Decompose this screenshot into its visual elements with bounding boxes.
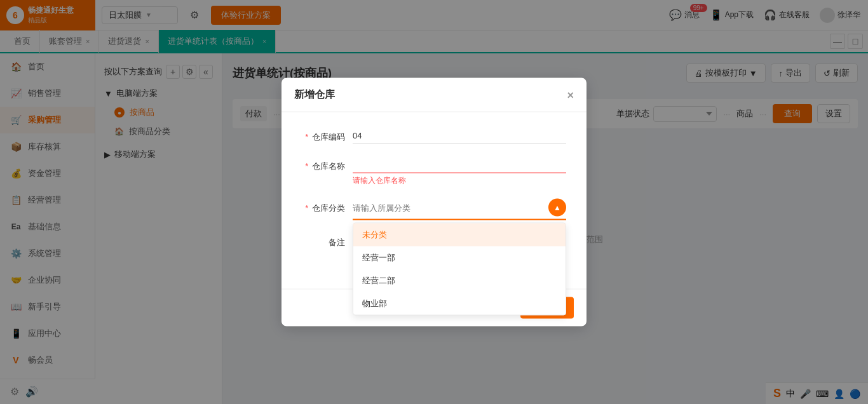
- form-row-name: * 仓库名称 请输入仓库名称: [302, 157, 566, 186]
- name-wrap: 请输入仓库名称: [353, 157, 566, 186]
- code-input[interactable]: [353, 128, 566, 144]
- form-row-code: * 仓库编码: [302, 128, 566, 144]
- dropdown-item-2[interactable]: 经营二部: [353, 269, 566, 292]
- category-input[interactable]: [353, 203, 548, 212]
- add-warehouse-modal: 新增仓库 × * 仓库编码 * 仓库名称 请输入仓库名称: [281, 78, 587, 327]
- name-label: * 仓库名称: [302, 157, 353, 172]
- name-input[interactable]: [353, 157, 566, 173]
- modal-header: 新增仓库 ×: [281, 78, 587, 112]
- modal-close-btn[interactable]: ×: [567, 89, 574, 100]
- dropdown-item-1[interactable]: 经营一部: [353, 246, 566, 269]
- form-row-category: * 仓库分类 ▲ 未分类 经营一部 经营二部 物业部: [302, 199, 566, 220]
- code-wrap: [353, 128, 566, 144]
- dropdown-item-3[interactable]: 物业部: [353, 292, 566, 315]
- modal-body: * 仓库编码 * 仓库名称 请输入仓库名称 * 仓库分类: [281, 112, 587, 289]
- category-dropdown: 未分类 经营一部 经营二部 物业部: [353, 223, 566, 316]
- dropdown-item-0[interactable]: 未分类: [353, 224, 566, 246]
- modal-title: 新增仓库: [294, 88, 335, 102]
- category-wrap: ▲ 未分类 经营一部 经营二部 物业部: [353, 199, 566, 220]
- code-label: * 仓库编码: [302, 128, 353, 143]
- name-error-msg: 请输入仓库名称: [353, 175, 566, 186]
- note-label: 备注: [302, 233, 353, 248]
- category-label: * 仓库分类: [302, 199, 353, 214]
- category-toggle-btn[interactable]: ▲: [548, 199, 566, 217]
- category-input-row: ▲: [353, 199, 566, 220]
